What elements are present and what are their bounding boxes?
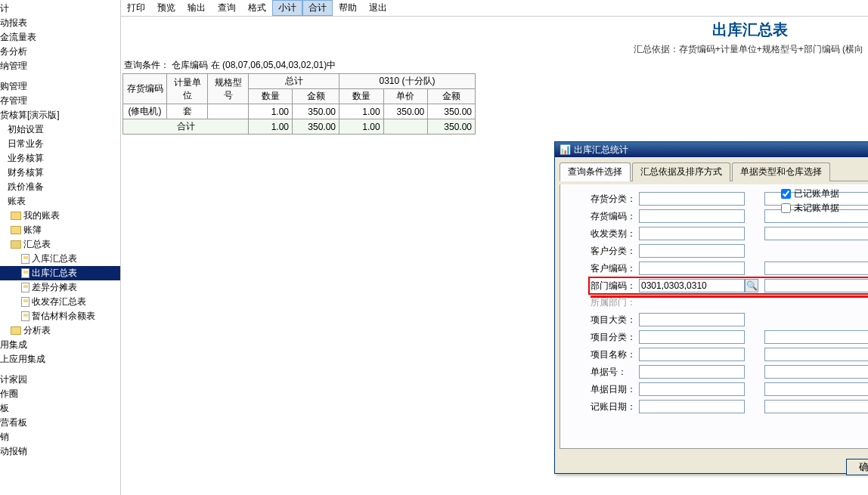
col-price2: 单价 — [383, 89, 428, 104]
tree-item[interactable]: 用集成 — [0, 338, 120, 352]
toolbar-preview[interactable]: 预览 — [151, 0, 181, 16]
nav-tree: 计动报表金流量表务分析纳管理购管理存管理货核算[演示版]初始设置日常业务业务核算… — [0, 0, 121, 495]
input-doc-no[interactable] — [639, 365, 745, 379]
col-sum: 总计 — [249, 74, 339, 89]
input-cust-class[interactable] — [639, 244, 745, 258]
dialog-titlebar[interactable]: 📊 出库汇总统计 ✕ — [555, 142, 868, 157]
label-rcv-type: 收发类别： — [591, 227, 639, 240]
input-post-date[interactable] — [639, 400, 745, 413]
ok-button[interactable]: 确定 — [846, 459, 868, 475]
tree-item[interactable]: 计家园 — [0, 373, 120, 387]
dialog-title-text: 出库汇总统计 — [574, 144, 628, 156]
document-icon — [21, 311, 29, 321]
input-rcv-type-2[interactable] — [764, 227, 868, 240]
label-cust-code: 客户编码： — [591, 262, 639, 275]
tree-item[interactable]: 入库汇总表 — [0, 252, 120, 266]
input-proj-class[interactable] — [639, 330, 745, 344]
tree-item[interactable]: 差异分摊表 — [0, 280, 120, 295]
label-proj-major: 项目大类： — [591, 314, 639, 326]
input-inv-class[interactable] — [639, 192, 745, 206]
tree-item[interactable]: 购管理 — [0, 79, 120, 94]
tree-item[interactable]: 纳管理 — [0, 59, 120, 73]
tree-item-label: 计 — [0, 2, 9, 15]
tab-summary-sort[interactable]: 汇总依据及排序方式 — [632, 162, 730, 181]
input-cust-code-2[interactable] — [764, 261, 868, 275]
tree-item-label: 动报表 — [0, 17, 27, 29]
tab-doc-warehouse[interactable]: 单据类型和仓库选择 — [732, 162, 830, 181]
tree-item-label: 用集成 — [0, 339, 27, 351]
toolbar-output[interactable]: 输出 — [181, 0, 212, 16]
tree-item[interactable]: 存管理 — [0, 94, 120, 108]
tree-item[interactable]: 动报表 — [0, 16, 120, 30]
input-doc-date-2[interactable] — [764, 382, 868, 396]
tree-item-label: 务分析 — [0, 45, 27, 58]
col-amt2: 金额 — [428, 89, 476, 104]
tree-item[interactable]: 计 — [0, 2, 120, 16]
tree-item[interactable]: 收发存汇总表 — [0, 295, 120, 309]
toolbar-subtotal[interactable]: 小计 — [272, 0, 302, 16]
tree-item[interactable]: 财务核算 — [0, 166, 120, 180]
input-proj-name-2[interactable] — [764, 348, 868, 361]
tree-item[interactable]: 作圈 — [0, 387, 120, 401]
input-proj-name[interactable] — [639, 348, 745, 361]
tree-item[interactable]: 暂估材料余额表 — [0, 309, 120, 323]
tree-item[interactable]: 分析表 — [0, 323, 120, 338]
tree-item[interactable]: 账簿 — [0, 223, 120, 237]
input-dept-code-2[interactable] — [764, 279, 868, 292]
label-inv-code: 存货编码： — [591, 210, 639, 223]
tree-item[interactable]: 跌价准备 — [0, 180, 120, 194]
report-title: 出库汇总表 — [634, 20, 866, 40]
input-post-date-2[interactable] — [764, 400, 868, 413]
tree-item[interactable]: 务分析 — [0, 45, 120, 59]
folder-icon — [11, 326, 21, 335]
toolbar-help[interactable]: 帮助 — [333, 0, 363, 16]
tree-item[interactable]: 汇总表 — [0, 237, 120, 252]
lookup-icon[interactable]: 🔍 — [745, 279, 758, 292]
checkbox-unbooked[interactable]: 未记账单据 — [781, 202, 839, 215]
input-inv-code[interactable] — [639, 209, 745, 223]
summary-basis: 汇总依据：存货编码+计量单位+规格型号+部门编码 (横向 — [634, 43, 866, 56]
input-dept-code[interactable] — [639, 279, 745, 292]
tree-item[interactable]: 日常业务 — [0, 137, 120, 151]
tree-item-label: 暂估材料余额表 — [32, 310, 95, 323]
tree-item[interactable]: 初始设置 — [0, 122, 120, 137]
tree-item[interactable]: 账表 — [0, 194, 120, 209]
toolbar-format[interactable]: 格式 — [242, 0, 272, 16]
tree-item[interactable]: 动报销 — [0, 444, 120, 459]
tree-item-label: 收发存汇总表 — [32, 295, 86, 308]
input-doc-no-2[interactable] — [764, 365, 868, 379]
tree-item-label: 出库汇总表 — [32, 267, 77, 280]
tree-item-label: 账表 — [8, 195, 26, 208]
col-qty2: 数量 — [339, 89, 384, 104]
document-icon — [21, 283, 29, 292]
toolbar-query[interactable]: 查询 — [212, 0, 242, 16]
tree-item[interactable]: 货核算[演示版] — [0, 108, 120, 122]
toolbar-print[interactable]: 打印 — [121, 0, 151, 16]
tree-item[interactable]: 出库汇总表 — [0, 266, 120, 280]
tree-item[interactable]: 营看板 — [0, 416, 120, 430]
tab-query-conditions[interactable]: 查询条件选择 — [560, 162, 631, 181]
checkbox-booked-input[interactable] — [781, 189, 791, 199]
tree-item[interactable]: 业务核算 — [0, 151, 120, 166]
input-rcv-type[interactable] — [639, 227, 745, 240]
label-belong-dept: 所属部门： — [591, 296, 639, 309]
toolbar-total[interactable]: 合计 — [302, 0, 333, 16]
tree-item[interactable]: 板 — [0, 401, 120, 416]
input-cust-code[interactable] — [639, 261, 745, 275]
input-proj-major[interactable] — [639, 313, 745, 326]
toolbar: 打印 预览 输出 查询 格式 小计 合计 帮助 退出 — [121, 0, 868, 17]
tree-item[interactable]: 销 — [0, 430, 120, 444]
input-doc-date[interactable] — [639, 382, 745, 396]
checkbox-booked[interactable]: 已记账单据 — [781, 187, 839, 200]
folder-icon — [11, 226, 21, 234]
tree-item[interactable]: 上应用集成 — [0, 352, 120, 367]
tree-item[interactable]: 金流量表 — [0, 30, 120, 45]
tree-item-label: 跌价准备 — [8, 181, 44, 193]
toolbar-exit[interactable]: 退出 — [363, 0, 393, 16]
checkbox-unbooked-input[interactable] — [781, 203, 791, 213]
tree-item[interactable]: 我的账表 — [0, 209, 120, 223]
col-qty1: 数量 — [249, 89, 293, 104]
tree-item-label: 入库汇总表 — [32, 252, 77, 265]
input-proj-class-2[interactable] — [764, 330, 868, 344]
tree-item-label: 货核算[演示版] — [0, 109, 60, 122]
